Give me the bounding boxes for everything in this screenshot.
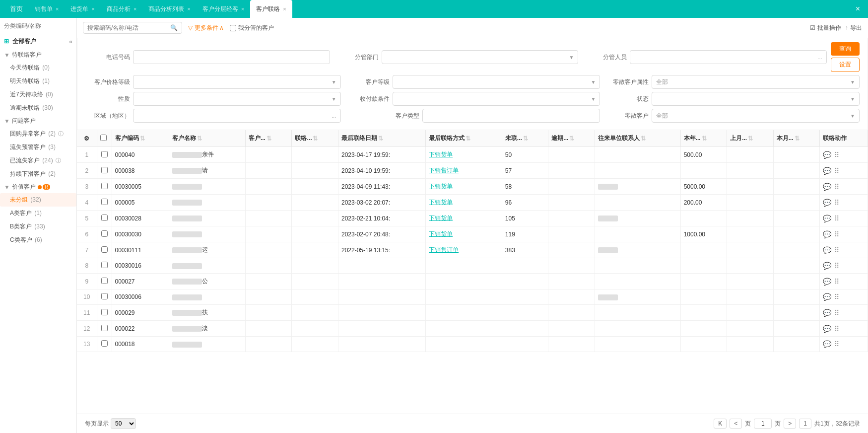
nav-tab-purchase[interactable]: 进货单 ×	[65, 0, 100, 18]
message-icon[interactable]: 💬	[823, 151, 831, 159]
row-checkbox[interactable]	[101, 215, 108, 221]
message-icon[interactable]: 💬	[823, 278, 831, 286]
grid-action-icon[interactable]: ⠿	[834, 278, 839, 286]
message-icon[interactable]: 💬	[823, 183, 831, 191]
sidebar-item-class-b[interactable]: B类客户 (33)	[0, 220, 76, 233]
message-icon[interactable]: 💬	[823, 309, 831, 317]
close-all-tabs[interactable]: ×	[852, 4, 864, 13]
page-number-input[interactable]	[754, 419, 772, 429]
contact-way-link[interactable]: 下销货单	[429, 151, 453, 158]
contact-way-link[interactable]: 下销货单	[429, 215, 453, 221]
grid-action-icon[interactable]: ⠿	[834, 215, 839, 222]
grid-action-icon[interactable]: ⠿	[834, 183, 839, 191]
contact-way-link[interactable]: 下销货单	[429, 230, 453, 237]
sidebar-item-7days[interactable]: 近7天待联络 (0)	[0, 88, 76, 101]
grid-action-icon[interactable]: ⠿	[834, 246, 839, 254]
nav-tab-sales[interactable]: 销售单 ×	[29, 0, 65, 18]
close-product-list-tab[interactable]: ×	[187, 6, 190, 12]
sidebar-search-input[interactable]	[4, 22, 77, 29]
nav-tab-customer-tier[interactable]: 客户分层经客 ×	[197, 0, 250, 18]
sidebar-item-tomorrow[interactable]: 明天待联络 (1)	[0, 74, 76, 88]
message-icon[interactable]: 💬	[823, 340, 831, 348]
query-button[interactable]: 查询	[831, 42, 860, 56]
row-checkbox[interactable]	[101, 183, 108, 189]
row-checkbox[interactable]	[101, 278, 108, 284]
retail-attr-select[interactable]: 全部 ▼	[652, 75, 860, 89]
gender-select[interactable]: ▼	[133, 92, 341, 106]
settings-icon[interactable]: ⚙	[84, 135, 89, 142]
status-select[interactable]: ▼	[652, 92, 860, 106]
sidebar-item-class-c[interactable]: C类客户 (6)	[0, 233, 76, 247]
search-input[interactable]	[87, 24, 170, 31]
search-icon[interactable]: 🔍	[170, 24, 178, 31]
th-settings[interactable]: ⚙	[77, 130, 97, 147]
nav-tab-customer-contact[interactable]: 客户联络 ×	[250, 0, 292, 18]
message-icon[interactable]: 💬	[823, 262, 831, 270]
close-customer-tier-tab[interactable]: ×	[241, 6, 244, 12]
sidebar-item-class-a[interactable]: A类客户 (1)	[0, 207, 76, 220]
contact-way-link[interactable]: 下销货单	[429, 199, 453, 206]
row-checkbox[interactable]	[101, 340, 108, 347]
my-customers-checkbox[interactable]	[230, 25, 236, 31]
reset-button[interactable]: 设置	[831, 58, 860, 72]
message-icon[interactable]: 💬	[823, 246, 831, 254]
grid-action-icon[interactable]: ⠿	[834, 309, 839, 317]
contact-way-link[interactable]: 下销货单	[429, 183, 453, 190]
phone-input[interactable]	[133, 50, 330, 64]
close-purchase-tab[interactable]: ×	[91, 6, 94, 12]
sidebar-item-declining[interactable]: 持续下滑客户 (2)	[0, 167, 76, 181]
contact-way-link[interactable]: 下销售订单	[429, 167, 459, 174]
row-checkbox[interactable]	[101, 230, 108, 237]
contact-way-link[interactable]: 下销售订单	[429, 246, 459, 253]
row-checkbox[interactable]	[101, 309, 108, 315]
close-sales-tab[interactable]: ×	[56, 6, 59, 12]
sidebar-item-abnormal[interactable]: 回购异常客户 (2) ⓘ	[0, 127, 76, 141]
message-icon[interactable]: 💬	[823, 325, 831, 333]
close-product-analysis-tab[interactable]: ×	[134, 6, 136, 12]
close-customer-contact-tab[interactable]: ×	[283, 6, 286, 12]
row-checkbox[interactable]	[101, 325, 108, 331]
next-page-btn[interactable]: >	[784, 419, 796, 429]
price-level-select[interactable]: ▼	[133, 75, 341, 89]
grid-action-icon[interactable]: ⠿	[834, 262, 839, 270]
per-page-select[interactable]: 50 100	[111, 418, 136, 429]
retail-select[interactable]: 全部 ▼	[652, 109, 860, 123]
select-all-checkbox[interactable]	[100, 135, 107, 141]
payment-select[interactable]: ▼	[393, 92, 601, 106]
first-page-btn[interactable]: K	[714, 419, 727, 429]
dept-select[interactable]: ▼	[382, 50, 579, 64]
sidebar-collapse-icon[interactable]: «	[69, 38, 72, 45]
nav-tab-product-list[interactable]: 商品分析列表 ×	[142, 0, 196, 18]
message-icon[interactable]: 💬	[823, 230, 831, 238]
grid-action-icon[interactable]: ⠿	[834, 340, 839, 348]
message-icon[interactable]: 💬	[823, 199, 831, 207]
sidebar-item-lost[interactable]: 已流失客户 (24) ⓘ	[0, 154, 76, 167]
message-icon[interactable]: 💬	[823, 167, 831, 175]
grid-action-icon[interactable]: ⠿	[834, 230, 839, 238]
export-btn[interactable]: ↑ 导出	[845, 24, 862, 32]
more-conditions-btn[interactable]: ▽ 更多条件 ∧	[188, 24, 224, 32]
customer-level-select[interactable]: ▼	[393, 75, 601, 89]
grid-action-icon[interactable]: ⠿	[834, 199, 839, 207]
row-checkbox[interactable]	[101, 151, 108, 157]
batch-operation-btn[interactable]: ☑ 批量操作	[810, 24, 841, 32]
sidebar-item-unclassified[interactable]: 未分组 (32)	[0, 193, 76, 207]
grid-action-icon[interactable]: ⠿	[834, 151, 839, 159]
grid-action-icon[interactable]: ⠿	[834, 293, 839, 301]
row-checkbox[interactable]	[101, 293, 108, 299]
sidebar-item-churn-warning[interactable]: 流失预警客户 (3)	[0, 141, 76, 154]
manager-select[interactable]: …	[630, 50, 827, 64]
sidebar-item-today[interactable]: 今天待联络 (0)	[0, 61, 76, 74]
row-checkbox[interactable]	[101, 167, 108, 173]
nav-home[interactable]: 首页	[4, 4, 29, 13]
prev-page-btn[interactable]: <	[730, 419, 742, 429]
sidebar-item-overdue[interactable]: 逾期未联络 (30)	[0, 101, 76, 115]
message-icon[interactable]: 💬	[823, 293, 831, 301]
row-checkbox[interactable]	[101, 262, 108, 268]
sidebar-all-customers[interactable]: ⊞ 全部客户 «	[0, 34, 76, 49]
grid-action-icon[interactable]: ⠿	[834, 167, 839, 175]
grid-action-icon[interactable]: ⠿	[834, 325, 839, 333]
last-page-btn[interactable]: 1	[799, 419, 811, 429]
row-checkbox[interactable]	[101, 246, 108, 253]
nav-tab-product-analysis[interactable]: 商品分析 ×	[101, 0, 142, 18]
